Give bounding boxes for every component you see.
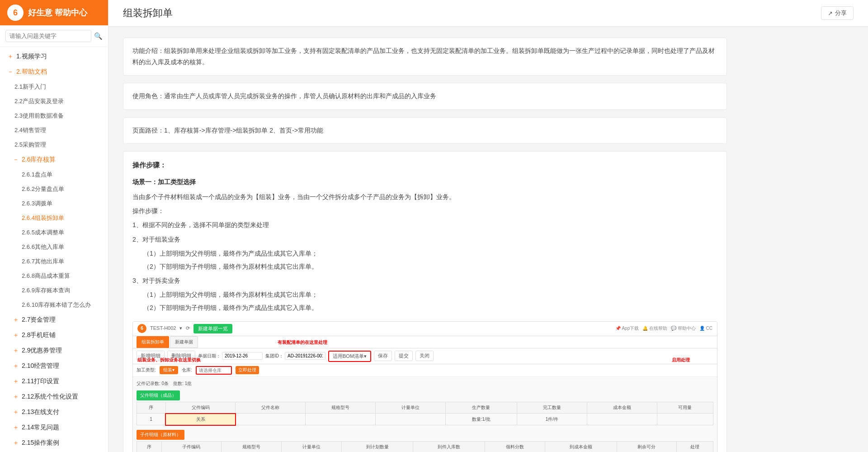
sim-th-unit: 计量单位 bbox=[376, 402, 446, 414]
sim-tabs: 组装拆卸单 新建单据 bbox=[137, 336, 198, 348]
sidebar-item-transfer[interactable]: 2.6.3调拨单 bbox=[0, 196, 108, 211]
share-icon: ↗ bbox=[828, 10, 833, 17]
sidebar-item-help-docs[interactable]: － 2.帮助文档 bbox=[0, 64, 108, 80]
sim-topbar-id: TEST-H002 bbox=[150, 324, 176, 333]
sim-tab-new[interactable]: 新建单据 bbox=[170, 336, 198, 348]
sidebar-item-print[interactable]: ＋ 2.11打印设置 bbox=[0, 374, 108, 389]
sim-field-date: 单据日期： bbox=[198, 352, 263, 360]
sidebar-item-data-prep[interactable]: 2.3使用前数据准备 bbox=[0, 109, 108, 123]
sim-tabbar: 组装拆卸单 新建单据 bbox=[133, 336, 717, 348]
plus-icon: ＋ bbox=[13, 393, 19, 401]
sim-th-seq: 序 bbox=[137, 402, 166, 414]
sidebar-item-ledger-fix[interactable]: 2.6.10库存账本错了怎么办 bbox=[0, 298, 108, 312]
sim-upper-section: 父件记录数: 0条 批数: 1批 父件明细（成品） 序 父件编码 父件名称 bbox=[137, 380, 713, 426]
sim-field-no: 集团ID： bbox=[265, 352, 326, 360]
sidebar-item-management[interactable]: ＋ 2.10经营管理 bbox=[0, 358, 108, 374]
sim-no-input[interactable] bbox=[285, 352, 326, 360]
sim-topbar-left: 6 TEST-H002 ▾ ⟳ 新建单据一览 bbox=[137, 324, 232, 333]
annotation-enable: 启用处理 bbox=[672, 356, 690, 364]
sim-btn-bom[interactable]: 适用BOM清单▾ bbox=[328, 351, 371, 362]
sidebar-item-install[interactable]: 2.2产品安装及登录 bbox=[0, 94, 108, 109]
sim-lower-section: 子件明细（原材料） 序 子件编码 规格型号 计量单位 到计划数量 bbox=[137, 428, 713, 452]
steps-label: 操作步骤： bbox=[132, 205, 717, 217]
minus-icon-inventory: － bbox=[13, 156, 19, 164]
sidebar-item-cost-adjust[interactable]: 2.6.5成本调整单 bbox=[0, 225, 108, 240]
sim-th-spec: 规格型号 bbox=[306, 402, 376, 414]
sidebar-item-mobile[interactable]: ＋ 2.8手机旺铺 bbox=[0, 328, 108, 343]
sim-warehouse-input[interactable] bbox=[196, 366, 232, 375]
plus-icon: ＋ bbox=[13, 331, 19, 339]
step2: 2、对于组装业务 bbox=[132, 234, 717, 245]
share-button[interactable]: ↗ 分享 bbox=[821, 6, 854, 20]
sim-screenshot: 6 TEST-H002 ▾ ⟳ 新建单据一览 📌 App下载 🔔 在线帮助 💬 … bbox=[133, 322, 717, 452]
sim-th-code: 父件编码 bbox=[165, 402, 236, 414]
steps-title: 操作步骤： bbox=[132, 159, 717, 171]
plus-icon: ＋ bbox=[13, 316, 19, 324]
sim-tab-assembly[interactable]: 组装拆卸单 bbox=[137, 336, 169, 348]
content-area: 功能介绍：组装拆卸单用来处理企业组装或拆卸等加工业务，支持有固定装配清单的产品加… bbox=[108, 27, 741, 452]
plus-icon: ＋ bbox=[13, 439, 19, 447]
sim-dropdown-icon: ▾ bbox=[179, 324, 182, 333]
sidebar-item-beginner[interactable]: 2.1新手入门 bbox=[0, 80, 108, 94]
sidebar-sub-items: 2.1新手入门 2.2产品安装及登录 2.3使用前数据准备 2.4销售管理 2.… bbox=[0, 80, 108, 451]
step2-sub1: （1）上部明细为父件明细，最终作为产成品生成其它入库单； bbox=[143, 248, 717, 259]
sim-toolbar: 新增明细 删除明细 单据日期： 集团ID： 适用BOM清单▾ bbox=[133, 348, 717, 364]
sidebar-item-assembly[interactable]: 2.6.4组装拆卸单 bbox=[0, 211, 108, 225]
sidebar-item-cases[interactable]: ＋ 2.15操作案例 bbox=[0, 435, 108, 451]
step2-sub2: （2）下部明细为子件明细，最终作为原材料生成其它出库单。 bbox=[143, 261, 717, 272]
sidebar-item-video-learning[interactable]: ＋ 1.视频学习 bbox=[0, 49, 108, 64]
path-block: 页面路径：1、库存核算->库存管理->组装拆卸单 2、首页->常用功能 bbox=[123, 117, 727, 144]
screenshot-container: 6 TEST-H002 ▾ ⟳ 新建单据一览 📌 App下载 🔔 在线帮助 💬 … bbox=[132, 321, 717, 452]
sidebar-item-sales[interactable]: 2.4销售管理 bbox=[0, 123, 108, 138]
intro-text: 功能介绍：组装拆卸单用来处理企业组装或拆卸等加工业务，支持有固定装配清单的产品加… bbox=[132, 47, 715, 66]
path-text: 页面路径：1、库存核算->库存管理->组装拆卸单 2、首页->常用功能 bbox=[132, 127, 323, 134]
sim-section-top-label: 父件明细（成品） bbox=[137, 390, 180, 400]
sidebar-header: 6 好生意 帮助中心 bbox=[0, 0, 108, 25]
sidebar-item-label: 1.视频学习 bbox=[16, 52, 47, 61]
sim-btn-close[interactable]: 关闭 bbox=[415, 351, 434, 361]
sidebar-item-inventory[interactable]: － 2.6库存核算 bbox=[0, 152, 108, 167]
sim-table-bottom: 序 子件编码 规格型号 计量单位 到计划数量 到件入库数 领料分数 到成本金额 bbox=[137, 441, 713, 452]
sidebar-item-payment[interactable]: ＋ 2.13在线支付 bbox=[0, 404, 108, 420]
sim-th-avail: 可用量 bbox=[657, 402, 713, 414]
sidebar-item-other-outbound[interactable]: 2.6.7其他出库单 bbox=[0, 254, 108, 269]
sim-btn-new[interactable]: 新建单据一览 bbox=[193, 324, 232, 333]
sidebar-item-inventory-count[interactable]: 2.6.1盘点单 bbox=[0, 167, 108, 182]
sidebar-item-personalize[interactable]: ＋ 2.12系统个性化设置 bbox=[0, 389, 108, 404]
step3-sub2: （2）下部明细为子件明细，最终作为产成品生成其它入库单。 bbox=[143, 302, 717, 314]
sidebar-item-ledger-query[interactable]: 2.6.9库存账本查询 bbox=[0, 283, 108, 298]
nav-section: ＋ 1.视频学习 － 2.帮助文档 2.1新手入门 2.2产品安装及登录 2.3… bbox=[0, 47, 108, 452]
search-icon[interactable]: 🔍 bbox=[94, 32, 103, 40]
sim-toolbar2: 加工类型: 组装▾ 仓库: 立即处理 组装业务、拆卸业务在这里切换 启用处理 bbox=[133, 364, 717, 377]
main-content: 组装拆卸单 ↗ 分享 功能介绍：组装拆卸单用来处理企业组装或拆卸等加工业务，支持… bbox=[108, 0, 868, 452]
plus-icon: ＋ bbox=[13, 347, 19, 355]
sidebar-item-coupon[interactable]: ＋ 2.9优惠券管理 bbox=[0, 343, 108, 358]
sidebar-item-inventory-count2[interactable]: 2.6.2分量盘点单 bbox=[0, 182, 108, 196]
role-block: 使用角色：通常由生产人员或库管人员完成拆装业务的操作，库管人员确认原材料的出库和… bbox=[123, 83, 727, 109]
sidebar-item-other-inbound[interactable]: 2.6.6其他入库单 bbox=[0, 240, 108, 254]
table-row: 1 关系 数量:1/批 1件/件 bbox=[137, 414, 713, 425]
sim-btn-submit[interactable]: 提交 bbox=[395, 351, 413, 361]
sim-topbar-right: 📌 App下载 🔔 在线帮助 💬 帮助中心 👤 CC bbox=[615, 324, 712, 333]
sidebar-item-faq[interactable]: ＋ 2.14常见问题 bbox=[0, 420, 108, 435]
search-input[interactable] bbox=[5, 30, 91, 42]
plus-icon: ＋ bbox=[13, 423, 19, 432]
sidebar-item-finance[interactable]: ＋ 2.7资金管理 bbox=[0, 312, 108, 328]
sidebar-sub-sub-items: 2.6.1盘点单 2.6.2分量盘点单 2.6.3调拨单 2.6.4组装拆卸单 … bbox=[0, 167, 108, 312]
sim-date-input[interactable] bbox=[222, 352, 263, 360]
annotation-bom: 有装配清单的在这里处理 bbox=[278, 338, 327, 347]
step1: 1、根据不同的业务，选择不同单据的类型来处理 bbox=[132, 219, 717, 231]
sim-topbar: 6 TEST-H002 ▾ ⟳ 新建单据一览 📌 App下载 🔔 在线帮助 💬 … bbox=[133, 322, 717, 336]
step3: 3、对于拆卖业务 bbox=[132, 275, 717, 286]
sim-btn-apply[interactable]: 立即处理 bbox=[236, 366, 259, 374]
sidebar-item-label: 2.帮助文档 bbox=[16, 68, 47, 76]
logo-icon: 6 bbox=[7, 5, 24, 21]
step3-sub1: （1）上部明细为父件明细，最终作为原材料生成其它出库单； bbox=[143, 289, 717, 300]
sim-btn-assembly-type[interactable]: 组装▾ bbox=[160, 366, 178, 374]
sim-label-records: 父件记录数: 0条 bbox=[137, 380, 169, 388]
sidebar-item-purchase[interactable]: 2.5采购管理 bbox=[0, 138, 108, 152]
sim-btn-save[interactable]: 保存 bbox=[374, 351, 392, 361]
sidebar-item-cost-recalc[interactable]: 2.6.8商品成本重算 bbox=[0, 269, 108, 283]
sim-refresh-icon: ⟳ bbox=[186, 324, 190, 333]
scene1-desc: 当由多个子件材料组装成一个成品的业务为【组装】业务，当由一个父件拆分成多个子产品… bbox=[132, 191, 717, 203]
